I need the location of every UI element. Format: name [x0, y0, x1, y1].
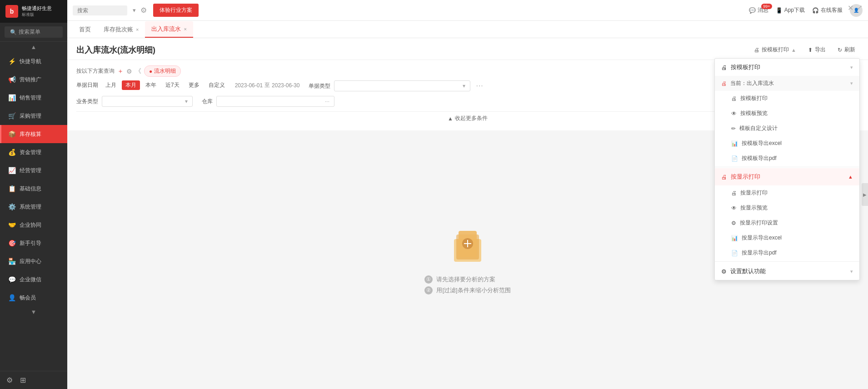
- display-export-excel-label: 按显示导出excel: [742, 234, 782, 242]
- sidebar-item-wechat[interactable]: 💬 企业微信: [0, 270, 67, 289]
- sidebar-item-newbie[interactable]: 🎯 新手引导: [0, 234, 67, 252]
- template-print-title: 🖨 按模板打印: [721, 63, 760, 71]
- sidebar-item-label: 新手引导: [20, 239, 41, 247]
- trial-solution-button[interactable]: 体验行业方案: [153, 4, 199, 17]
- date-opt-7days[interactable]: 近7天: [162, 80, 183, 90]
- biz-type-select[interactable]: ▾: [102, 96, 193, 107]
- tab-home[interactable]: 首页: [73, 22, 97, 37]
- tab-batch-close-icon[interactable]: ×: [136, 27, 139, 32]
- page-header-actions: 🖨 按模板打印 ▲ ⬆ 导出 ↻ 刷新: [750, 44, 859, 56]
- sidebar-item-collab[interactable]: 🤝 企业协同: [0, 216, 67, 234]
- page-header: 出入库流水(流水明细) 🖨 按模板打印 ▲ ⬆ 导出 ↻ 刷新: [67, 38, 868, 60]
- date-opt-last-month[interactable]: 上月: [102, 80, 120, 90]
- date-options: 上月 本月 本年 近7天 更多 自定义: [102, 80, 229, 90]
- preview-template-item[interactable]: 👁 按模板预览: [715, 106, 859, 121]
- date-opt-custom[interactable]: 自定义: [205, 80, 229, 90]
- sidebar-search-bar[interactable]: 🔍 搜索菜单: [0, 23, 67, 42]
- set-default-chevron: ▾: [850, 269, 853, 274]
- sidebar-item-marketing[interactable]: 📢 营销推广: [0, 70, 67, 89]
- member-icon: 👤: [8, 294, 16, 302]
- template-print-section-header[interactable]: 🖨 按模板打印 ▾: [715, 59, 859, 76]
- wechat-icon: 💬: [8, 275, 16, 284]
- display-print-item[interactable]: 🖨 按显示打印: [715, 185, 859, 200]
- print-dropdown-chevron[interactable]: ▲: [791, 47, 796, 53]
- sidebar-item-system[interactable]: ⚙️ 系统管理: [0, 198, 67, 216]
- online-service-label: 在线客服: [821, 6, 843, 14]
- filter-add-icon[interactable]: ＋: [117, 67, 124, 75]
- sidebar-item-inventory[interactable]: 📦 库存核算: [0, 125, 67, 143]
- refresh-button[interactable]: ↻ 刷新: [834, 44, 859, 56]
- filter-collapse-toggle-icon[interactable]: 《: [135, 67, 141, 75]
- export-button[interactable]: ⬆ 导出: [804, 44, 829, 56]
- side-handle-icon: ▶: [863, 192, 867, 197]
- sidebar-item-member[interactable]: 👤 畅会员: [0, 289, 67, 307]
- doc-type-more-icon[interactable]: ···: [476, 82, 483, 90]
- display-print-title: 🖨 按显示打印: [721, 173, 760, 181]
- display-export-pdf-item[interactable]: 📄 按显示导出pdf: [715, 245, 859, 260]
- window-expand-icon[interactable]: ⤢: [857, 4, 863, 12]
- sidebar-scroll-down[interactable]: ▼: [0, 307, 67, 317]
- sidebar-item-finance[interactable]: 💰 资金管理: [0, 143, 67, 161]
- message-badge: 99+: [761, 4, 772, 9]
- date-opt-this-year[interactable]: 本年: [142, 80, 160, 90]
- empty-step-1: ① 请先选择要分析的方案: [424, 275, 510, 284]
- custom-template-item[interactable]: ✏ 模板自定义设计: [715, 121, 859, 136]
- side-close-panel[interactable]: ▶: [862, 183, 868, 206]
- settings-gear-icon[interactable]: ⚙: [6, 376, 13, 384]
- tab-batch[interactable]: 库存批次账 ×: [97, 22, 145, 37]
- inventory-icon: 📦: [8, 130, 16, 138]
- topbar-settings-icon[interactable]: ⚙: [140, 6, 147, 15]
- display-preview-item[interactable]: 👁 按显示预览: [715, 200, 859, 215]
- excel-template-icon: 📊: [731, 140, 738, 147]
- custom-template-icon: ✏: [731, 125, 736, 132]
- tab-flow[interactable]: 出入库流水 ×: [145, 21, 193, 38]
- current-template-chevron: ▾: [850, 80, 853, 86]
- filter-settings-icon[interactable]: ⚙: [126, 68, 132, 75]
- search-menu-input[interactable]: 🔍 搜索菜单: [5, 26, 63, 38]
- export-excel-template-item[interactable]: 📊 按模板导出excel: [715, 136, 859, 151]
- message-button[interactable]: 💬 消息 99+: [749, 6, 768, 14]
- sidebar-item-basic[interactable]: 📋 基础信息: [0, 180, 67, 198]
- set-default-section[interactable]: ⚙ 设置默认功能 ▾: [715, 263, 859, 280]
- set-default-icon: ⚙: [721, 268, 727, 275]
- basic-icon: 📋: [8, 185, 16, 193]
- export-pdf-template-item[interactable]: 📄 按模板导出pdf: [715, 151, 859, 166]
- sidebar-item-purchase[interactable]: 🛒 采购管理: [0, 107, 67, 125]
- display-print-settings-item[interactable]: ⚙ 按显示打印设置: [715, 215, 859, 230]
- refresh-icon: ↻: [838, 47, 842, 53]
- sidebar-logo: b 畅捷通好生意 标准版: [0, 0, 67, 23]
- doc-type-label: 单据类型: [309, 82, 330, 90]
- sidebar-scroll-up[interactable]: ▲: [0, 42, 67, 52]
- date-opt-this-month[interactable]: 本月: [122, 80, 140, 90]
- window-close-icon[interactable]: ✕: [848, 4, 853, 12]
- sidebar-item-label: 快捷导航: [20, 58, 41, 65]
- display-print-section-header[interactable]: 🖨 按显示打印 ▲: [715, 168, 859, 185]
- print-template-item[interactable]: 🖨 按模板打印: [715, 91, 859, 106]
- online-service-button[interactable]: 🎧 在线客服: [812, 6, 843, 14]
- printer-icon: 🖨: [721, 64, 727, 71]
- date-opt-more[interactable]: 更多: [185, 80, 203, 90]
- warehouse-select[interactable]: ···: [216, 96, 334, 107]
- display-export-excel-item[interactable]: 📊 按显示导出excel: [715, 230, 859, 245]
- sidebar-item-label: 经营管理: [20, 167, 41, 175]
- template-current-icon: 🖨: [721, 80, 727, 87]
- sidebar-item-operations[interactable]: 📈 经营管理: [0, 161, 67, 180]
- expand-sidebar-icon[interactable]: ⊞: [20, 376, 26, 384]
- sidebar-item-shortcut[interactable]: ⚡ 快捷导航: [0, 52, 67, 70]
- export-excel-template-label: 按模板导出excel: [742, 140, 782, 147]
- warehouse-filter-field: 仓库 ···: [202, 96, 334, 107]
- display-settings-icon: ⚙: [731, 220, 736, 226]
- sidebar-item-appstore[interactable]: 🏪 应用中心: [0, 252, 67, 270]
- date-filter-label: 单据日期: [76, 81, 98, 89]
- tab-flow-close-icon[interactable]: ×: [184, 26, 186, 32]
- filter-tag-flow[interactable]: ● 流水明细: [144, 65, 181, 77]
- current-template-item[interactable]: 🖨 当前：出入库流水 ▾: [715, 76, 859, 91]
- topbar-chevron-icon[interactable]: ▾: [133, 7, 136, 14]
- sidebar-item-sales[interactable]: 📊 销售管理: [0, 89, 67, 107]
- topbar-search-input[interactable]: [73, 5, 127, 15]
- print-template-button[interactable]: 🖨 按模板打印 ▲: [750, 44, 800, 56]
- doc-type-select[interactable]: ▾: [334, 80, 470, 91]
- warehouse-chevron-icon: ···: [325, 98, 329, 105]
- app-download-button[interactable]: 📱 App下载: [776, 6, 805, 14]
- pdf-template-icon: 📄: [731, 155, 738, 162]
